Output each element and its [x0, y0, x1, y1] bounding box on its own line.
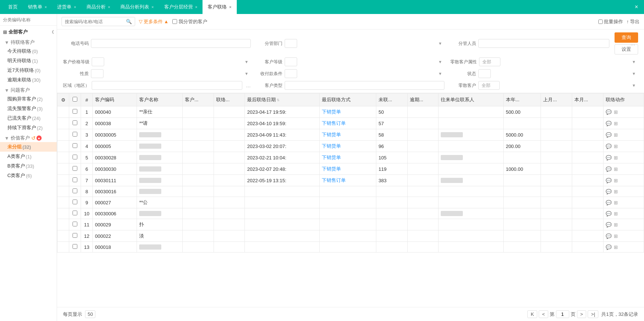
chat-icon[interactable]: 💬	[606, 211, 612, 216]
customer-grade-select[interactable]	[285, 57, 297, 66]
chat-icon[interactable]: 💬	[606, 178, 612, 183]
chat-icon[interactable]: 💬	[606, 166, 612, 172]
grid-action-icon[interactable]: ⊞	[614, 211, 618, 216]
group-pending-contact[interactable]: ▼ 待联络客户	[0, 37, 57, 46]
status-select[interactable]	[478, 69, 491, 78]
chat-icon[interactable]: 💬	[606, 233, 612, 239]
row-checkbox[interactable]	[73, 222, 77, 226]
sidebar-item-declining[interactable]: 持续下滑客户 (2)	[0, 123, 57, 133]
nav-tab-analysis-list[interactable]: 商品分析列表 ×	[115, 0, 159, 14]
row-checkbox[interactable]	[73, 233, 77, 238]
grid-action-icon[interactable]: ⊞	[614, 155, 618, 160]
col-contact[interactable]: 联络...	[214, 94, 245, 106]
phone-input[interactable]	[91, 39, 251, 48]
row-checkbox[interactable]	[73, 109, 77, 114]
row-checkbox[interactable]	[73, 143, 77, 148]
col-last-month[interactable]: 上月...	[541, 94, 572, 106]
page-size-value[interactable]: 50	[85, 310, 95, 318]
chat-icon[interactable]: 💬	[606, 132, 612, 138]
col-code[interactable]: 客户编码	[93, 94, 137, 106]
customer-type-input[interactable]	[285, 81, 444, 90]
sidebar-item-7days-pending[interactable]: 近7天待联络 (0)	[0, 66, 57, 75]
first-page-button[interactable]: K	[527, 310, 537, 318]
row-checkbox[interactable]	[73, 155, 77, 159]
grid-action-icon[interactable]: ⊞	[614, 222, 618, 227]
close-analysis-icon[interactable]: ×	[108, 5, 110, 9]
col-overdue[interactable]: 逾期...	[407, 94, 439, 106]
row-checkbox[interactable]	[73, 200, 77, 204]
more-conditions-button[interactable]: ▽ 更多条件 ▲	[139, 18, 169, 25]
row-checkbox[interactable]	[73, 188, 77, 193]
sidebar-search-input[interactable]	[3, 17, 57, 22]
sidebar-item-tomorrow-pending[interactable]: 明天待联络 (1)	[0, 56, 57, 66]
col-this-year[interactable]: 本年...	[503, 94, 541, 106]
close-all-tabs-button[interactable]: ×	[632, 4, 641, 10]
last-page-button[interactable]: >|	[588, 310, 598, 318]
chat-icon[interactable]: 💬	[606, 222, 612, 227]
customer-search-icon[interactable]: 🔍	[126, 19, 132, 24]
col-unit-contact[interactable]: 往来单位联系人	[439, 94, 503, 106]
chat-icon[interactable]: 💬	[606, 200, 612, 205]
chat-icon[interactable]: 💬	[606, 189, 612, 194]
dept-select[interactable]	[285, 39, 297, 48]
col-last-method[interactable]: 最后联络方式	[319, 94, 376, 106]
page-number-input[interactable]	[556, 310, 569, 318]
sidebar-item-class-a[interactable]: A类客户 (1)	[0, 152, 57, 161]
col-not-contacted[interactable]: 未联...	[376, 94, 408, 106]
grid-action-icon[interactable]: ⊞	[614, 244, 618, 250]
close-salesorder-icon[interactable]: ×	[45, 5, 47, 9]
customer-search-input[interactable]	[65, 19, 126, 24]
batch-op-button[interactable]: 批量操作	[598, 18, 623, 25]
nav-tab-analysis[interactable]: 商品分析 ×	[81, 0, 115, 14]
nav-home[interactable]: 首页	[3, 0, 23, 14]
grid-action-icon[interactable]: ⊞	[614, 189, 618, 194]
close-contact-icon[interactable]: ×	[229, 5, 231, 9]
export-button[interactable]: ↑ 导出	[627, 18, 640, 25]
manager-dots-icon[interactable]: …	[630, 41, 635, 46]
my-customers-check[interactable]	[172, 19, 177, 24]
grid-action-icon[interactable]: ⊞	[614, 144, 618, 149]
select-all-checkbox[interactable]	[73, 97, 77, 102]
sidebar-item-class-c[interactable]: C类客户 (6)	[0, 171, 57, 180]
price-grade-select[interactable]	[92, 57, 104, 66]
all-customers-header[interactable]: ⊞ 全部客户 《	[0, 26, 57, 37]
row-checkbox[interactable]	[73, 166, 77, 171]
col-last-date[interactable]: 最后联络日期⇅	[245, 94, 319, 106]
group-value-customers[interactable]: ▼ 价值客户 ↺ ●	[0, 133, 57, 142]
chat-icon[interactable]: 💬	[606, 109, 612, 115]
close-segment-icon[interactable]: ×	[195, 5, 197, 9]
region-dots-icon[interactable]: …	[246, 83, 251, 88]
close-purchase-icon[interactable]: ×	[74, 5, 76, 9]
row-checkbox[interactable]	[73, 211, 77, 215]
sparse-attr-select[interactable]: 全部	[479, 57, 500, 66]
chat-icon[interactable]: 💬	[606, 144, 612, 149]
nav-tab-purchase[interactable]: 进货单 ×	[52, 0, 81, 14]
row-checkbox[interactable]	[73, 120, 77, 125]
sidebar-item-unassigned[interactable]: 未分组 (32)	[0, 142, 57, 152]
prev-page-button[interactable]: <	[539, 310, 548, 318]
grid-action-icon[interactable]: ⊞	[614, 200, 618, 205]
region-input[interactable]	[92, 81, 242, 90]
sidebar-item-class-b[interactable]: B类客户 (33)	[0, 161, 57, 171]
grid-action-icon[interactable]: ⊞	[614, 233, 618, 239]
sidebar-item-today-pending[interactable]: 今天待联络 (0)	[0, 46, 57, 56]
payment-select[interactable]	[285, 69, 297, 78]
grid-action-icon[interactable]: ⊞	[614, 109, 618, 115]
chat-icon[interactable]: 💬	[606, 155, 612, 160]
grid-action-icon[interactable]: ⊞	[614, 132, 618, 138]
row-checkbox[interactable]	[73, 132, 77, 137]
col-type[interactable]: 客户...	[183, 94, 214, 106]
grid-action-icon[interactable]: ⊞	[614, 178, 618, 183]
my-customers-checkbox[interactable]: 我分管的客户	[172, 18, 207, 25]
nav-tab-salesorder[interactable]: 销售单 ×	[23, 0, 52, 14]
col-name[interactable]: 客户名称	[137, 94, 183, 106]
close-analysis-list-icon[interactable]: ×	[151, 5, 154, 9]
grid-action-icon[interactable]: ⊞	[614, 121, 618, 126]
sidebar-item-abnormal[interactable]: 囤购异常客户 (2)	[0, 94, 57, 104]
col-settings[interactable]: ⚙	[57, 94, 69, 106]
col-this-month[interactable]: 本月...	[572, 94, 603, 106]
manager-input[interactable]	[478, 39, 609, 48]
chat-icon[interactable]: 💬	[606, 121, 612, 126]
sparse-customer-select[interactable]: 全部	[478, 81, 500, 90]
sidebar-item-churned[interactable]: 已流失客户 (24)	[0, 113, 57, 123]
